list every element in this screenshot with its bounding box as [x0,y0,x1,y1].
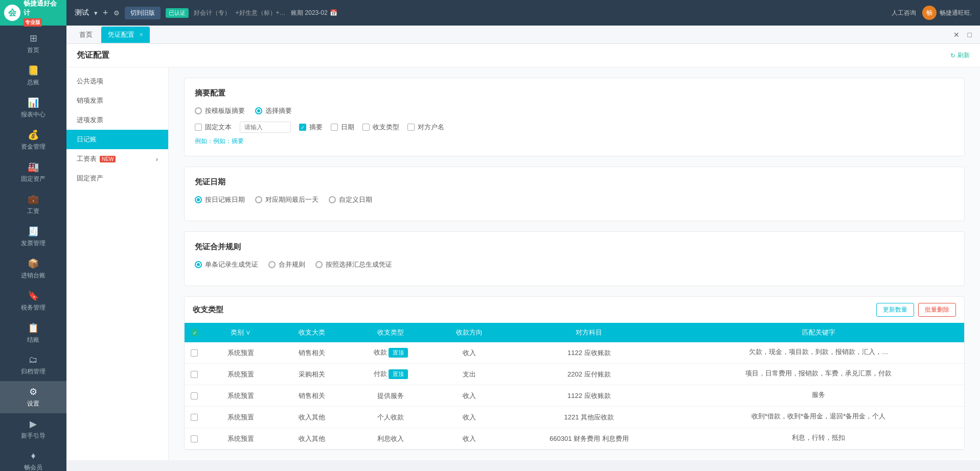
table-header-bar: 收支类型 更新数量 批量删除 [185,297,964,323]
row-type-3: 提供服务 [348,385,434,407]
row-direction-1: 收入 [434,342,506,364]
config-nav-fixed-assets[interactable]: 固定资产 [66,169,168,188]
counterparty-checkbox[interactable] [407,124,415,131]
radio-template-summary[interactable]: 按模板版摘要 [195,106,245,115]
reset-btn-2[interactable]: 置顶 [389,369,408,379]
config-nav-journal[interactable]: 日记账 [66,130,168,149]
config-nav-payroll[interactable]: 工资表 NEW › [66,149,168,169]
sidebar-item-settle[interactable]: 📋 结账 [0,317,66,349]
radio-custom-date[interactable]: 自定义日期 [329,195,372,204]
home-icon: ⊞ [30,33,37,44]
refresh-button[interactable]: ↻ 刷新 [950,51,970,60]
sort-icon[interactable]: ∨ [245,328,251,336]
income-types-table: ✓ 类别 ∨ 收支大类 收支类型 收款方向 对方科目 [185,323,964,450]
window-close-button[interactable]: ✕ [951,30,962,40]
voucher-date-section: 凭证日期 按日记账日期 对应期间最后一天 [184,167,965,221]
row-type-1: 收款 置顶 [348,342,434,364]
sidebar-item-funds[interactable]: 💰 资金管理 [0,124,66,156]
sidebar-item-reports[interactable]: 📊 报表中心 [0,92,66,124]
income-type-checkbox[interactable] [362,124,370,131]
app-logo: 会 畅捷通好会计 专业版 [0,0,66,26]
radio-dot3 [197,263,200,266]
sidebar-item-member[interactable]: ♦ 畅会员 [0,445,66,471]
radio-select-summary[interactable]: 选择摘要 [255,106,292,115]
date-checkbox[interactable] [331,124,338,131]
sidebar-item-salary[interactable]: 💼 工资 [0,189,66,221]
tab-voucher-config[interactable]: 凭证配置 × [101,27,150,43]
period-last-circle [255,196,262,203]
window-maximize-button[interactable]: □ [966,30,974,40]
row-checkbox-1[interactable] [191,349,198,357]
row-subject-1: 1122 应收账款 [505,342,673,364]
row-category-5: 系统预置 [205,428,277,450]
row-keywords-1: 欠款，现金，项目款，到款，报销款，汇入，… [673,342,964,364]
switch-old-version-button[interactable]: 切到旧版 [125,7,161,19]
topbar-dropdown[interactable]: ▾ [94,9,98,17]
sidebar-item-ledger[interactable]: 📒 总账 [0,60,66,92]
update-button[interactable]: 更新数量 [876,303,914,317]
sidebar-item-guide[interactable]: ▶ 新手引导 [0,413,66,445]
tab-window-actions: ✕ □ [951,30,974,40]
sidebar-item-purchase[interactable]: 📦 进销台账 [0,253,66,285]
table-row: 系统预置 收入其他 个人收款 收入 1221 其他应收款 收到*借款，收到*备用… [185,407,964,428]
tab-close-icon[interactable]: × [140,31,143,38]
config-nav-purchase-invoice[interactable]: 进项发票 [66,110,168,130]
certified-badge: 已认证 [166,8,189,18]
col-category: 类别 ∨ [205,323,277,342]
period-info: 账期 2023-02 📅 [291,9,337,17]
row-category-1: 系统预置 [205,342,277,364]
fixed-text-checkbox[interactable] [195,124,202,131]
row-keywords-2: 项目，日常费用，报销款，车费，承兑汇票，付款 [673,364,964,385]
checkbox-summary[interactable]: ✓ 摘要 [299,123,323,132]
sidebar-item-assets[interactable]: 🏭 固定资产 [0,156,66,189]
config-nav-sales-invoice[interactable]: 销项发票 [66,91,168,110]
merge-radio-group: 单条记录生成凭证 合并规则 按照选择汇总生成凭证 [195,260,954,269]
checkbox-date[interactable]: 日期 [331,123,354,132]
tab-home[interactable]: 首页 [73,27,99,43]
radio-journal-date[interactable]: 按日记账日期 [195,195,245,204]
member-icon: ♦ [31,451,35,461]
row-checkbox-2[interactable] [191,371,198,378]
sidebar: 会 畅捷通好会计 专业版 ⊞ 首页 📒 总账 📊 报表中心 💰 资金管理 [0,0,66,471]
calendar-icon[interactable]: 📅 [330,9,337,16]
batch-delete-button[interactable]: 批量删除 [918,303,956,317]
journal-date-circle [195,196,202,203]
user-menu[interactable]: 畅 畅捷通旺旺. [922,6,972,20]
radio-merge-rule[interactable]: 合并规则 [268,260,305,269]
radio-aggregate[interactable]: 按照选择汇总生成凭证 [315,260,392,269]
table-row: 系统预置 收入其他 利息收入 收入 660301 财务费用 利息费用 利息，行转… [185,428,964,450]
salary-icon: 💼 [28,194,39,205]
select-all-checkbox[interactable]: ✓ [191,329,198,336]
refresh-icon: ↻ [950,52,955,59]
settle-icon: 📋 [28,322,39,334]
row-type-5: 利息收入 [348,428,434,450]
sidebar-item-archive[interactable]: 🗂 归档管理 [0,349,66,381]
radio-period-last[interactable]: 对应期间最后一天 [255,195,318,204]
income-types-section: 收支类型 更新数量 批量删除 ✓ [184,296,965,450]
sidebar-item-settings[interactable]: ⚙ 设置 [0,381,66,413]
ledger-icon: 📒 [28,65,39,76]
row-checkbox-3[interactable] [191,392,198,399]
sidebar-item-tax[interactable]: 🔖 税务管理 [0,285,66,317]
settings-icon: ⚙ [29,386,37,397]
topbar-settings[interactable]: ⚙ [113,9,120,17]
checkbox-fixed-text[interactable]: 固定文本 [195,123,232,132]
help-link[interactable]: 人工咨询 [892,9,916,17]
checkbox-income-type[interactable]: 收支类型 [362,123,399,132]
sidebar-item-invoice[interactable]: 🧾 发票管理 [0,221,66,253]
topbar-add[interactable]: + [103,8,108,18]
config-nav-public[interactable]: 公共选项 [66,72,168,91]
row-checkbox-4[interactable] [191,414,198,421]
fixed-text-input[interactable] [240,122,291,133]
page-title: 凭证配置 [77,50,109,61]
summary-config-section: 摘要配置 按模板版摘要 选择摘要 [184,78,965,156]
row-checkbox-5[interactable] [191,435,198,442]
radio-single-record[interactable]: 单条记录生成凭证 [195,260,258,269]
checkbox-counterparty[interactable]: 对方户名 [407,123,444,132]
sidebar-item-home[interactable]: ⊞ 首页 [0,28,66,60]
merge-rules-section: 凭证合并规则 单条记录生成凭证 合并规则 [184,231,965,286]
reset-btn-1[interactable]: 置顶 [389,348,408,358]
summary-checkbox[interactable]: ✓ [299,124,306,131]
row-major-type-3: 销售相关 [277,385,348,407]
row-major-type-4: 收入其他 [277,407,348,428]
